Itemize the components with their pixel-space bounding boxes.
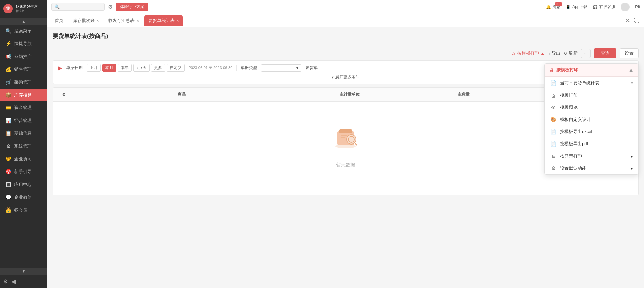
sidebar-nav: 🔍 搜索菜单 ⚡ 快捷导航 📢 营销推广 💰 销售管理 🛒 采购管理 📦 库存核… bbox=[0, 25, 47, 268]
search-icon: 🔍 bbox=[5, 28, 11, 34]
filter-expand-icon[interactable]: ▶ bbox=[58, 64, 62, 72]
dropdown-display-print[interactable]: 🖥 按显示打印 ▾ bbox=[545, 150, 638, 162]
sidebar-item-member[interactable]: 👑 畅会员 bbox=[0, 204, 47, 217]
tab-inventory-batch-close[interactable]: × bbox=[97, 19, 99, 23]
sidebar-item-guide[interactable]: 🎯 新手引导 bbox=[0, 165, 47, 178]
dropdown-set-default[interactable]: ⚙ 设置默认功能 ▾ bbox=[545, 162, 638, 174]
export-btn[interactable]: ↑ 导出 bbox=[548, 50, 561, 56]
export-excel-icon: 📄 bbox=[550, 129, 557, 135]
tab-order-stats-close[interactable]: × bbox=[177, 19, 179, 23]
target-icon: 🎯 bbox=[5, 169, 11, 175]
dropdown-current-label: 当前：要货单统计表 bbox=[560, 80, 627, 86]
page-title: 要货单统计表(按商品) bbox=[53, 32, 639, 40]
speaker-icon: 📢 bbox=[5, 54, 11, 60]
main-area: 🔍 ⚙ 体验行业方案 🔔 消息 99+ 📱 App下载 🎧 在线客服 Rit bbox=[47, 0, 644, 288]
sidebar-item-marketing[interactable]: 📢 营销推广 bbox=[0, 50, 47, 63]
date-btn-7days[interactable]: 近7天 bbox=[133, 64, 150, 72]
print-dropdown-arrow: ▲ bbox=[540, 51, 545, 56]
sidebar-item-operation[interactable]: 📊 经营管理 bbox=[0, 114, 47, 127]
print-btn[interactable]: 🖨 按模板打印 ▲ bbox=[511, 50, 545, 56]
avatar[interactable] bbox=[621, 3, 630, 11]
set-default-icon: ⚙ bbox=[550, 165, 557, 171]
date-btn-this-year[interactable]: 本年 bbox=[118, 64, 132, 72]
tab-inventory-batch-label: 库存批次账 bbox=[73, 18, 95, 24]
export-excel-label: 按模板导出excel bbox=[560, 129, 633, 135]
sidebar-item-system[interactable]: ⚙ 系统管理 bbox=[0, 140, 47, 153]
query-btn[interactable]: 查询 bbox=[594, 48, 616, 58]
tab-inventory-batch[interactable]: 库存批次账 × bbox=[69, 15, 103, 26]
online-service-btn[interactable]: 🎧 在线客服 bbox=[593, 4, 615, 10]
printer-icon: 🖨 bbox=[511, 51, 516, 56]
display-print-arrow: ▾ bbox=[631, 154, 633, 159]
sidebar-item-finance[interactable]: 💳 资金管理 bbox=[0, 101, 47, 114]
dropdown-template-design[interactable]: 🎨 模板自定义设计 bbox=[545, 114, 638, 126]
username[interactable]: Rit bbox=[635, 5, 640, 9]
date-btn-this-month[interactable]: 本月 bbox=[102, 64, 116, 72]
date-range-text: 2023-06-01 至 2023-06-30 bbox=[189, 65, 233, 70]
sidebar-item-wechat[interactable]: 💬 企业微信 bbox=[0, 191, 47, 204]
settings-bottom-icon[interactable]: ⚙ bbox=[3, 278, 8, 285]
sidebar-item-apps[interactable]: 🔳 应用中心 bbox=[0, 178, 47, 191]
handshake-icon: 🤝 bbox=[5, 156, 11, 162]
template-print-label: 模板打印 bbox=[560, 92, 633, 98]
sidebar-item-corp[interactable]: 🤝 企业协同 bbox=[0, 153, 47, 165]
date-btn-custom[interactable]: 自定义 bbox=[167, 64, 185, 72]
search-box[interactable]: 🔍 bbox=[51, 3, 105, 11]
page-content: 要货单统计表(按商品) 🖨 按模板打印 ▲ ↑ 导出 ↻ 刷新 ··· 查询 设… bbox=[47, 27, 644, 288]
tabs-right: ✕ ⛶ bbox=[624, 17, 641, 24]
more-btn[interactable]: ··· bbox=[581, 49, 591, 58]
sidebar-item-quick-nav[interactable]: ⚡ 快捷导航 bbox=[0, 37, 47, 50]
sidebar-scroll-up[interactable]: ▲ bbox=[0, 18, 47, 25]
maximize-window-icon[interactable]: ⛶ bbox=[633, 17, 641, 24]
dropdown-close-btn[interactable]: ▲ bbox=[628, 67, 634, 73]
service-label: 在线客服 bbox=[599, 4, 615, 10]
grid-icon: 🔳 bbox=[5, 182, 11, 188]
dropdown-export-excel[interactable]: 📄 按模板导出excel bbox=[545, 126, 638, 138]
dropdown-template-print[interactable]: 🖨 模板打印 bbox=[545, 89, 638, 101]
display-print-label: 按显示打印 bbox=[560, 153, 582, 159]
tab-receipt-summary-close[interactable]: × bbox=[137, 19, 139, 23]
sidebar-item-label: 畅会员 bbox=[14, 207, 27, 213]
sidebar-scroll-down[interactable]: ▼ bbox=[0, 268, 47, 275]
date-btn-more[interactable]: 更多 bbox=[151, 64, 165, 72]
tab-home-label: 首页 bbox=[55, 18, 63, 24]
sidebar-item-label: 资金管理 bbox=[14, 105, 32, 111]
printer-icon-dropdown: 🖨 bbox=[549, 68, 554, 73]
dropdown-export-pdf[interactable]: 📄 按模板导出pdf bbox=[545, 138, 638, 150]
collapse-icon[interactable]: ◀ bbox=[11, 278, 16, 285]
sidebar-item-label: 销售管理 bbox=[14, 66, 32, 72]
app-download-btn[interactable]: 📱 App下载 bbox=[566, 4, 587, 10]
tab-order-stats-label: 要货单统计表 bbox=[148, 18, 175, 24]
date-filter-label: 单据日期 bbox=[66, 65, 83, 71]
sidebar-item-inventory[interactable]: 📦 库存核算 bbox=[0, 89, 47, 101]
search-input[interactable] bbox=[61, 5, 101, 9]
settings-btn[interactable]: 设置 bbox=[620, 48, 639, 58]
sidebar-item-purchase[interactable]: 🛒 采购管理 bbox=[0, 76, 47, 89]
chat-icon: 💬 bbox=[5, 194, 11, 200]
sidebar-item-label: 搜索菜单 bbox=[14, 28, 32, 34]
money-icon: 💰 bbox=[5, 66, 11, 72]
cart-icon: 🛒 bbox=[5, 79, 11, 85]
headset-icon: 🎧 bbox=[593, 5, 598, 9]
dropdown-header: 🖨 按模板打印 ▲ bbox=[545, 64, 638, 77]
topbar-gear-icon[interactable]: ⚙ bbox=[108, 4, 113, 10]
sidebar-item-basic[interactable]: 📋 基础信息 bbox=[0, 127, 47, 140]
notification-btn[interactable]: 🔔 消息 99+ bbox=[546, 4, 560, 10]
trial-btn[interactable]: 体验行业方案 bbox=[116, 3, 148, 11]
sidebar-item-sales[interactable]: 💰 销售管理 bbox=[0, 63, 47, 76]
topbar: 🔍 ⚙ 体验行业方案 🔔 消息 99+ 📱 App下载 🎧 在线客服 Rit bbox=[47, 0, 644, 14]
empty-illustration bbox=[330, 122, 361, 159]
template-print-icon: 🖨 bbox=[550, 93, 557, 98]
type-select[interactable]: ▾ bbox=[261, 64, 301, 72]
tab-order-stats[interactable]: 要货单统计表 × bbox=[144, 15, 183, 26]
date-btn-last-month[interactable]: 上月 bbox=[87, 64, 101, 72]
phone-icon: 📱 bbox=[566, 5, 571, 9]
tab-home[interactable]: 首页 bbox=[51, 15, 67, 26]
sidebar-item-search[interactable]: 🔍 搜索菜单 bbox=[0, 25, 47, 37]
refresh-btn[interactable]: ↻ 刷新 bbox=[564, 50, 578, 56]
dropdown-template-preview[interactable]: 👁 模板预览 bbox=[545, 101, 638, 114]
gear-icon: ⚙ bbox=[5, 143, 11, 149]
close-window-icon[interactable]: ✕ bbox=[624, 17, 631, 24]
tab-receipt-summary[interactable]: 收发存汇总表 × bbox=[104, 15, 143, 26]
dropdown-current[interactable]: 📄 当前：要货单统计表 ▾ bbox=[545, 77, 638, 89]
